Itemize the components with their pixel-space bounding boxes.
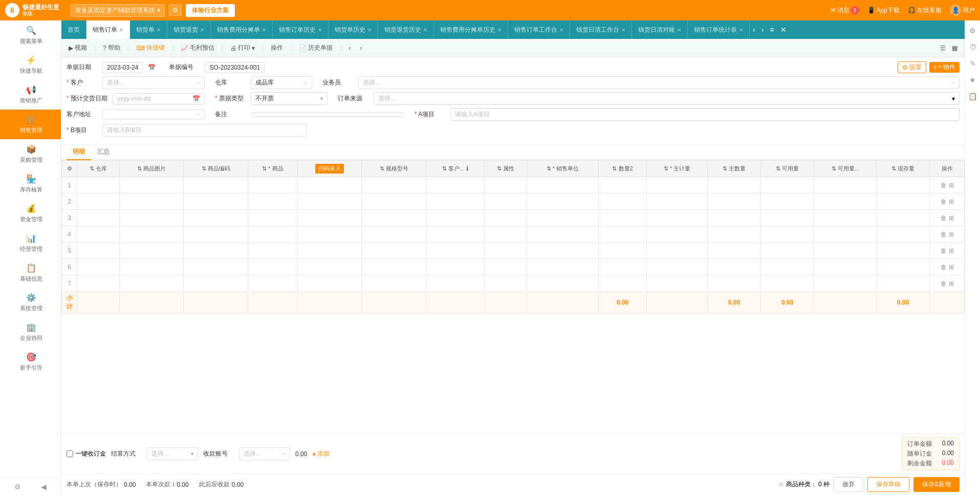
payment-select[interactable]: 选择... ▾ bbox=[147, 447, 198, 460]
table-cell-row6-col5[interactable] bbox=[298, 259, 362, 275]
toolbar-table-icon[interactable]: ▦ bbox=[950, 44, 960, 53]
table-cell-row6-col6[interactable] bbox=[362, 259, 426, 275]
sidebar-collapse-icon[interactable]: ◀ bbox=[41, 483, 47, 491]
close-tab-sales-return[interactable]: ✕ bbox=[200, 27, 204, 33]
close-tab-sales-expense-history[interactable]: ✕ bbox=[497, 27, 502, 33]
warehouse-more-icon[interactable]: ··· bbox=[303, 80, 308, 85]
tab-sales-return[interactable]: 销货退货 ✕ bbox=[167, 20, 211, 39]
table-cell-row7-col12[interactable] bbox=[707, 275, 760, 292]
table-cell-row7-col3[interactable] bbox=[184, 275, 248, 292]
tab-sales-order[interactable]: 销售订单 ✕ bbox=[86, 20, 130, 39]
table-cell-row3-col7[interactable] bbox=[426, 210, 484, 226]
table-cell-row4-col14[interactable] bbox=[814, 226, 877, 243]
close-tab-sales-order-history[interactable]: ✕ bbox=[318, 27, 322, 33]
table-cell-row2-col2[interactable] bbox=[120, 193, 184, 210]
col-main-qty[interactable]: ⇅ 主数量 bbox=[707, 161, 760, 177]
sidebar-item-search[interactable]: 🔍 搜索菜单 bbox=[0, 20, 61, 50]
tab-sales-workbench[interactable]: 销售订单工作台 ✕ bbox=[508, 20, 570, 39]
tab-next-btn[interactable]: › bbox=[758, 26, 767, 34]
table-cell-row4-col6[interactable] bbox=[362, 226, 426, 243]
col-qty2[interactable]: ⇅ 数量2 bbox=[598, 161, 647, 177]
salesman-more-icon[interactable]: ··· bbox=[951, 80, 955, 85]
table-cell-row1-col9[interactable] bbox=[527, 177, 599, 193]
table-cell-row7-col7[interactable] bbox=[426, 275, 484, 292]
col-available2[interactable]: ⇅ 可用量... bbox=[814, 161, 877, 177]
table-cell-row5-col10[interactable] bbox=[598, 243, 647, 259]
delete-icon-row3[interactable]: 🗑 bbox=[941, 214, 947, 222]
table-cell-row2-col9[interactable] bbox=[527, 193, 599, 210]
table-cell-row7-col5[interactable] bbox=[298, 275, 362, 292]
table-cell-row7-col9[interactable] bbox=[527, 275, 599, 292]
table-cell-row1-col15[interactable] bbox=[877, 177, 930, 193]
detail-tab-huizong[interactable]: 汇总 bbox=[91, 144, 116, 160]
print-btn[interactable]: 🖨 打印 ▾ bbox=[228, 42, 257, 53]
view-video-btn[interactable]: ▶ 视频 bbox=[67, 42, 89, 53]
tab-sales-summary[interactable]: 销售订单统计表 ✕ bbox=[688, 20, 750, 39]
table-cell-row7-col6[interactable] bbox=[362, 275, 426, 292]
bank-field[interactable]: 选择... ··· bbox=[239, 447, 290, 460]
calendar-icon[interactable]: 📅 bbox=[148, 64, 156, 71]
table-cell-row6-col7[interactable] bbox=[426, 259, 484, 275]
table-cell-row6-col13[interactable] bbox=[761, 259, 814, 275]
table-cell-row4-col13[interactable] bbox=[761, 226, 814, 243]
col-stock[interactable]: ⇅ 现存量 bbox=[877, 161, 930, 177]
sidebar-item-sales[interactable]: 🛒 销售管理 bbox=[0, 110, 61, 139]
customer-field[interactable]: 选择... ··· bbox=[102, 76, 205, 89]
table-cell-row5-col13[interactable] bbox=[761, 243, 814, 259]
online-service-btn[interactable]: 🎧 在线客服 bbox=[908, 6, 942, 15]
table-cell-row7-col1[interactable] bbox=[77, 275, 120, 292]
shortcut-btn[interactable]: ⌨ 快捷键 bbox=[134, 42, 167, 53]
add-item-btn[interactable]: + + 物件 bbox=[929, 62, 960, 73]
table-cell-row4-col12[interactable] bbox=[707, 226, 760, 243]
customer-more-icon[interactable]: ··· bbox=[196, 80, 200, 85]
sidebar-item-enterprise[interactable]: 🏢 企业协同 bbox=[0, 317, 61, 347]
industry-btn[interactable]: 体验行业方案 bbox=[186, 4, 235, 17]
setup-btn[interactable]: ⚙ 设置 bbox=[898, 61, 926, 73]
table-cell-row2-col7[interactable] bbox=[426, 193, 484, 210]
table-cell-row2-col8[interactable] bbox=[485, 193, 527, 210]
table-cell-row1-col4[interactable] bbox=[248, 177, 297, 193]
close-tab-daily-clear-reconcile[interactable]: ✕ bbox=[677, 27, 681, 33]
table-cell-row2-col16[interactable]: 🗑⊞ bbox=[930, 193, 965, 210]
right-panel-star-icon[interactable]: ★ bbox=[967, 74, 979, 86]
tab-sales-delivery[interactable]: 销货单 ✕ bbox=[130, 20, 167, 39]
scan-btn[interactable]: 扫码录入 bbox=[315, 164, 344, 174]
profit-btn[interactable]: 📈 毛利预估 bbox=[179, 42, 216, 53]
table-cell-row5-col16[interactable]: 🗑⊞ bbox=[930, 243, 965, 259]
table-cell-row5-col15[interactable] bbox=[877, 243, 930, 259]
col-warehouse[interactable]: ⇅ 仓库 bbox=[77, 161, 120, 177]
message-btn[interactable]: ✉ 消息 9 bbox=[831, 6, 859, 15]
col-settings[interactable]: ⚙ bbox=[62, 161, 77, 177]
col-spec[interactable]: ⇅ 规格型号 bbox=[362, 161, 426, 177]
doc-date-input[interactable]: 2023-03-24 bbox=[102, 62, 143, 73]
sidebar-item-marketing[interactable]: 📢 营销推广 bbox=[0, 80, 61, 110]
table-cell-row1-col10[interactable] bbox=[598, 177, 647, 193]
table-cell-row2-col14[interactable] bbox=[814, 193, 877, 210]
table-cell-row1-col12[interactable] bbox=[707, 177, 760, 193]
table-cell-row6-col3[interactable] bbox=[184, 259, 248, 275]
table-cell-row1-col16[interactable]: 🗑⊞ bbox=[930, 177, 965, 193]
table-cell-row7-col11[interactable] bbox=[647, 275, 707, 292]
delete-icon-row5[interactable]: 🗑 bbox=[941, 247, 947, 254]
table-cell-row1-col8[interactable] bbox=[485, 177, 527, 193]
table-cell-row6-col2[interactable] bbox=[120, 259, 184, 275]
table-cell-row6-col4[interactable] bbox=[248, 259, 297, 275]
copy-icon-row7[interactable]: ⊞ bbox=[949, 280, 954, 287]
delivery-date-calendar-icon[interactable]: 📅 bbox=[192, 95, 200, 102]
copy-icon-row1[interactable]: ⊞ bbox=[949, 182, 954, 189]
table-cell-row3-col3[interactable] bbox=[184, 210, 248, 226]
system-selector[interactable]: 装备及固定资产辅助管理系统 ▾ bbox=[71, 4, 165, 17]
right-panel-clipboard-icon[interactable]: 📋 bbox=[967, 90, 979, 102]
close-tab-sales-summary[interactable]: ✕ bbox=[739, 27, 743, 33]
table-cell-row3-col4[interactable] bbox=[248, 210, 297, 226]
table-cell-row2-col12[interactable] bbox=[707, 193, 760, 210]
toolbar-grid-icon[interactable]: ☰ bbox=[938, 44, 948, 53]
delete-icon-row1[interactable]: 🗑 bbox=[941, 182, 947, 189]
bank-more-icon[interactable]: ··· bbox=[281, 451, 286, 457]
table-cell-row1-col3[interactable] bbox=[184, 177, 248, 193]
copy-icon-row3[interactable]: ⊞ bbox=[949, 214, 954, 222]
table-cell-row2-col4[interactable] bbox=[248, 193, 297, 210]
close-tab-sales-workbench[interactable]: ✕ bbox=[559, 27, 563, 33]
invoice-type-select[interactable]: 不开票 ▾ bbox=[251, 92, 328, 105]
tab-home[interactable]: 首页 bbox=[61, 20, 86, 39]
